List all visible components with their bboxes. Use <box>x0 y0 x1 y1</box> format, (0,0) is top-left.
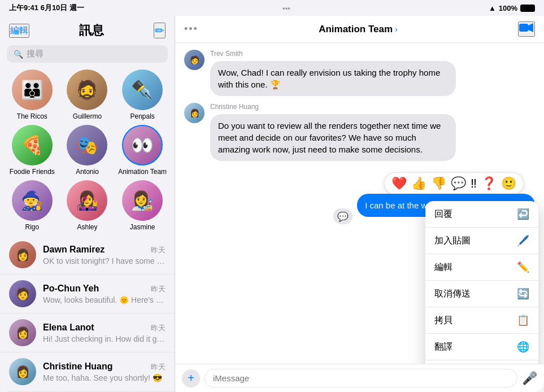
tapback-bar: ❤️ 👍 👎 💬 ‼️ ❓ 🙂 <box>384 172 524 195</box>
context-copy-label: 拷貝 <box>434 315 452 326</box>
message-list-item-dawn[interactable]: 👩 Dawn Ramirez 昨天 OK to visit tonight? I… <box>0 236 175 275</box>
context-menu-reply[interactable]: 回覆 ↩️ <box>425 201 538 228</box>
context-translate-icon: 🌐 <box>517 341 529 353</box>
avatar-item-ashley[interactable]: 👩‍🎤 Ashley <box>62 180 113 231</box>
avatar-circle-guillermo: 🧔 <box>67 69 107 110</box>
tapback-question[interactable]: ❓ <box>481 176 497 191</box>
avatar-item-penpals[interactable]: ✒️ Penpals <box>117 69 168 120</box>
msg-avatar-dawn: 👩 <box>9 241 36 268</box>
avatar-item-jasmine[interactable]: 👩‍🎨 Jasmine <box>117 180 168 231</box>
context-sticker-icon: 🖊️ <box>517 234 529 247</box>
avatar-circle-ashley: 👩‍🎤 <box>67 180 107 221</box>
context-menu: 回覆 ↩️ 加入貼圖 🖊️ 編輯 ✏️ 取消傳送 🔄 拷貝 📋 <box>425 201 538 364</box>
msg-name-christine: Christine Huang <box>43 361 113 372</box>
msg-bubble-group-trev: Trev Smith Wow, Chad! I can really envis… <box>210 50 456 96</box>
tapback-smile[interactable]: 🙂 <box>501 176 516 191</box>
message-list-item-pochun[interactable]: 🧑 Po-Chun Yeh 昨天 Wow, looks beautiful. 🌞… <box>0 275 175 313</box>
context-menu-unsend[interactable]: 取消傳送 🔄 <box>425 281 538 307</box>
msg-preview-pochun: Wow, looks beautiful. 🌞 Here's a photo o… <box>43 295 166 304</box>
edit-button[interactable]: 編輯 <box>9 24 29 38</box>
avatar-circle-foodie: 🍕 <box>12 125 53 165</box>
message-list-item-christine[interactable]: 👩 Christine Huang 昨天 Me too, haha. See y… <box>0 352 175 391</box>
message-list-item-elena[interactable]: 👩 Elena Lanot 昨天 Hi! Just checking in. H… <box>0 313 175 352</box>
msg-time-pochun: 昨天 <box>151 284 166 294</box>
context-reply-icon: ↩️ <box>517 208 529 220</box>
sidebar: 編輯 訊息 ✏ 🔍 搜尋 👪 The Ricos 🧔 Guillermo ✒️ … <box>0 16 175 392</box>
avatar-label-penpals: Penpals <box>130 112 154 120</box>
avatar-item-animation[interactable]: 👀 Animation Team <box>117 125 168 176</box>
compose-button[interactable]: ✏ <box>154 23 166 38</box>
context-menu-sticker[interactable]: 加入貼圖 🖊️ <box>425 228 538 254</box>
msg-name-row-pochun: Po-Chun Yeh 昨天 <box>43 284 166 294</box>
msg-avatar-trev: 🧑 <box>184 50 204 70</box>
avatar-label-ashley: Ashley <box>77 223 97 231</box>
status-time: 上午9:41 6月10日 週一 <box>9 3 84 13</box>
msg-bubble-christine: Do you want to review all the renders to… <box>210 114 456 161</box>
avatar-grid: 👪 The Ricos 🧔 Guillermo ✒️ Penpals 🍕 Foo… <box>0 67 175 236</box>
tapback-thumbsdown[interactable]: 👎 <box>431 176 446 191</box>
tapback-heart[interactable]: ❤️ <box>391 176 407 191</box>
context-menu-more[interactable]: 更多… 😊 <box>425 360 538 364</box>
msg-name-elena: Elena Lanot <box>43 323 94 333</box>
tapback-balloon[interactable]: 💬 <box>451 176 466 191</box>
msg-avatar-pochun: 🧑 <box>9 280 36 307</box>
avatar-label-foodie: Foodie Friends <box>10 168 55 176</box>
context-unsend-icon: 🔄 <box>517 288 529 300</box>
tapback-thumbsup[interactable]: 👍 <box>411 176 427 191</box>
avatar-item-rigo[interactable]: 🧙 Rigo <box>7 180 58 231</box>
avatar-circle-ricos: 👪 <box>12 69 53 110</box>
msg-name-row-dawn: Dawn Ramirez 昨天 <box>43 245 166 255</box>
msg-content-pochun: Po-Chun Yeh 昨天 Wow, looks beautiful. 🌞 H… <box>43 284 166 304</box>
battery-icon: 100% <box>499 4 517 12</box>
avatar-item-foodie[interactable]: 🍕 Foodie Friends <box>7 125 58 176</box>
context-reply-label: 回覆 <box>434 208 452 220</box>
chat-header: ••• Animation Team › <box>175 16 544 43</box>
msg-name-pochun: Po-Chun Yeh <box>43 284 99 294</box>
avatar-circle-animation: 👀 <box>122 125 163 165</box>
msg-time-dawn: 昨天 <box>151 245 166 255</box>
message-input[interactable] <box>204 369 517 387</box>
avatar-item-ricos[interactable]: 👪 The Ricos <box>7 69 58 120</box>
svg-marker-1 <box>528 23 533 32</box>
typing-indicator: 💬 <box>333 208 352 224</box>
avatar-item-guillermo[interactable]: 🧔 Guillermo <box>62 69 113 120</box>
context-menu-edit[interactable]: 編輯 ✏️ <box>425 254 538 281</box>
sidebar-header: 編輯 訊息 ✏ <box>0 16 175 43</box>
chat-messages: 🧑 Trev Smith Wow, Chad! I can really env… <box>175 43 544 364</box>
svg-rect-0 <box>519 24 528 32</box>
mic-button[interactable]: 🎤 <box>522 371 537 386</box>
context-copy-icon: 📋 <box>517 314 529 326</box>
search-placeholder: 搜尋 <box>27 49 43 59</box>
search-bar[interactable]: 🔍 搜尋 <box>7 45 168 63</box>
msg-sender-christine: Christine Huang <box>210 103 456 111</box>
video-call-button[interactable] <box>518 21 535 37</box>
tapback-exclamation[interactable]: ‼️ <box>471 176 477 191</box>
avatar-circle-rigo: 🧙 <box>12 180 53 221</box>
msg-time-christine: 昨天 <box>151 362 166 372</box>
msg-avatar-elena: 👩 <box>9 319 36 346</box>
context-edit-icon: ✏️ <box>517 261 529 273</box>
msg-content-dawn: Dawn Ramirez 昨天 OK to visit tonight? I h… <box>43 245 166 265</box>
status-indicators: ▲ 100% <box>489 4 535 12</box>
chat-header-dots-icon: ••• <box>184 23 198 35</box>
avatar-item-antonio[interactable]: 🎭 Antonio <box>62 125 113 176</box>
msg-name-dawn: Dawn Ramirez <box>43 245 105 255</box>
msg-content-elena: Elena Lanot 昨天 Hi! Just checking in. How… <box>43 323 166 343</box>
msg-name-row-elena: Elena Lanot 昨天 <box>43 323 166 333</box>
sidebar-title: 訊息 <box>29 22 154 39</box>
chat-title-area[interactable]: Animation Team › <box>319 24 398 35</box>
avatar-circle-antonio: 🎭 <box>67 125 107 165</box>
add-attachment-button[interactable]: + <box>182 369 200 387</box>
message-group-christine: 👩 Christine Huang Do you want to review … <box>184 103 535 161</box>
status-dots: ••• <box>282 4 290 12</box>
avatar-label-ricos: The Ricos <box>17 112 47 120</box>
msg-bubble-trev: Wow, Chad! I can really envision us taki… <box>210 61 456 96</box>
chat-panel: ••• Animation Team › 🧑 Trev Smith Wow, C… <box>175 16 544 392</box>
msg-preview-christine: Me too, haha. See you shortly! 😎 <box>43 373 166 382</box>
context-menu-translate[interactable]: 翻譯 🌐 <box>425 334 538 360</box>
battery-bar <box>520 5 535 12</box>
context-menu-copy[interactable]: 拷貝 📋 <box>425 307 538 334</box>
msg-name-row-christine: Christine Huang 昨天 <box>43 361 166 372</box>
status-bar: 上午9:41 6月10日 週一 ••• ▲ 100% <box>0 0 544 16</box>
chat-title: Animation Team <box>319 24 393 35</box>
